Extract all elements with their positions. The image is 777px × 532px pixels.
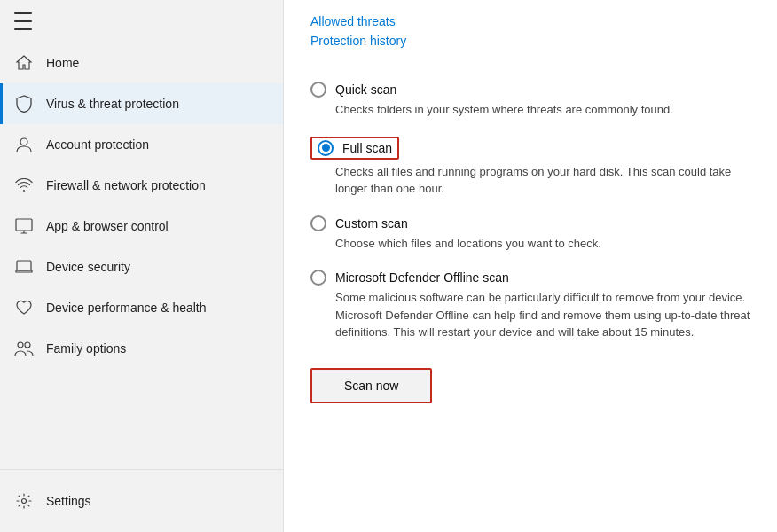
custom-scan-radio[interactable]	[310, 215, 326, 231]
sidebar-item-virus[interactable]: Virus & threat protection	[0, 83, 283, 124]
full-scan-header[interactable]: Full scan	[310, 137, 750, 160]
full-scan-option: Full scan Checks all files and running p…	[310, 124, 750, 203]
sidebar-item-family-label: Family options	[46, 341, 126, 356]
nav-items: Home Virus & threat protection Account p…	[0, 43, 283, 469]
sidebar-item-account[interactable]: Account protection	[0, 124, 283, 165]
scan-now-button[interactable]: Scan now	[310, 368, 432, 403]
sidebar-item-account-label: Account protection	[46, 137, 149, 152]
sidebar-item-family[interactable]: Family options	[0, 328, 283, 369]
person-icon	[14, 135, 34, 154]
links-section: Allowed threats Protection history	[310, 14, 750, 48]
scan-options: Quick scan Checks folders in your system…	[310, 69, 750, 347]
svg-rect-2	[17, 261, 31, 270]
sidebar-footer: Settings	[0, 469, 283, 532]
quick-scan-radio[interactable]	[310, 82, 326, 98]
laptop-icon	[14, 257, 34, 277]
sidebar-item-firewall[interactable]: Firewall & network protection	[0, 165, 283, 206]
offline-scan-radio[interactable]	[310, 270, 326, 286]
custom-scan-header[interactable]: Custom scan	[310, 215, 750, 231]
custom-scan-label: Custom scan	[335, 216, 408, 231]
main-content: Allowed threats Protection history Quick…	[284, 0, 777, 532]
custom-scan-option: Custom scan Choose which files and locat…	[310, 203, 750, 258]
sidebar-item-appbrowser[interactable]: App & browser control	[0, 206, 283, 246]
full-scan-radio[interactable]	[318, 140, 334, 156]
settings-label: Settings	[46, 494, 91, 508]
sidebar-header	[0, 0, 283, 43]
sidebar-item-devicesecurity[interactable]: Device security	[0, 246, 283, 287]
allowed-threats-link[interactable]: Allowed threats	[310, 14, 750, 28]
offline-scan-option: Microsoft Defender Offline scan Some mal…	[310, 257, 750, 347]
full-scan-desc: Checks all files and running programs on…	[335, 163, 750, 198]
quick-scan-header[interactable]: Quick scan	[310, 82, 750, 98]
sidebar-item-appbrowser-label: App & browser control	[46, 219, 169, 233]
sidebar-item-firewall-label: Firewall & network protection	[46, 178, 206, 192]
sidebar-item-home-label: Home	[46, 56, 79, 70]
shield-icon	[14, 94, 34, 113]
offline-scan-label: Microsoft Defender Offline scan	[335, 270, 509, 285]
sidebar: Home Virus & threat protection Account p…	[0, 0, 284, 532]
home-icon	[14, 53, 34, 73]
sidebar-item-devicehealth-label: Device performance & health	[46, 301, 207, 315]
wifi-icon	[14, 176, 34, 195]
gear-icon	[14, 491, 34, 511]
sidebar-item-devicesecurity-label: Device security	[46, 260, 130, 274]
svg-point-4	[25, 342, 30, 348]
sidebar-item-virus-label: Virus & threat protection	[46, 97, 179, 111]
custom-scan-desc: Choose which files and locations you wan…	[335, 235, 750, 253]
offline-scan-desc: Some malicious software can be particula…	[335, 289, 750, 341]
svg-rect-1	[16, 219, 32, 231]
quick-scan-option: Quick scan Checks folders in your system…	[310, 69, 750, 124]
monitor-icon	[14, 216, 34, 236]
svg-point-3	[18, 342, 23, 348]
sidebar-item-home[interactable]: Home	[0, 43, 283, 83]
heart-icon	[14, 298, 34, 317]
offline-scan-header[interactable]: Microsoft Defender Offline scan	[310, 270, 750, 286]
family-icon	[14, 339, 34, 358]
sidebar-item-devicehealth[interactable]: Device performance & health	[0, 287, 283, 328]
quick-scan-desc: Checks folders in your system where thre…	[335, 101, 750, 119]
protection-history-link[interactable]: Protection history	[310, 34, 750, 48]
hamburger-icon[interactable]	[14, 12, 32, 30]
settings-item[interactable]: Settings	[14, 481, 269, 521]
full-scan-label: Full scan	[342, 141, 392, 155]
quick-scan-label: Quick scan	[335, 82, 396, 97]
full-scan-box[interactable]: Full scan	[310, 137, 399, 160]
svg-point-5	[22, 499, 27, 504]
svg-point-0	[20, 138, 27, 145]
